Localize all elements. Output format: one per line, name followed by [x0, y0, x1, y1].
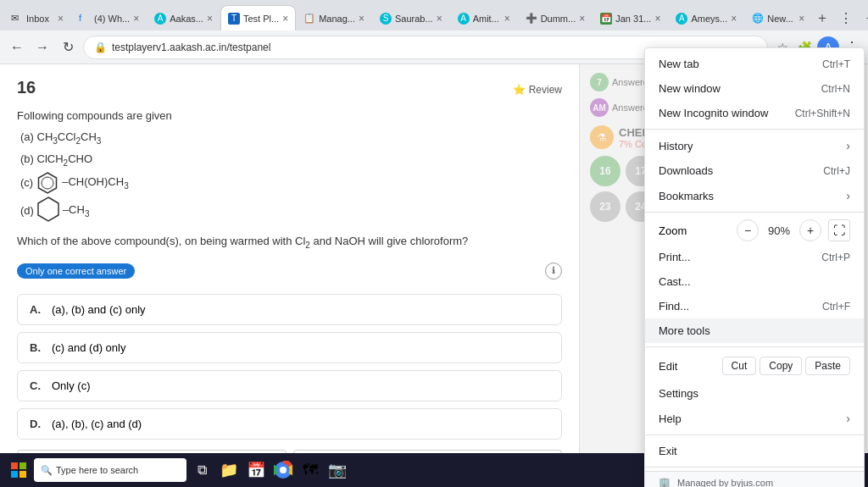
menu-new-tab[interactable]: New tab Ctrl+T — [645, 52, 864, 76]
back-button[interactable]: ← — [7, 37, 27, 58]
svg-rect-3 — [11, 462, 18, 469]
review-button[interactable]: ⭐ Review — [513, 84, 562, 96]
photos-icon[interactable]: 📷 — [326, 458, 349, 482]
tab-favicon-aakas: A — [154, 13, 166, 25]
managed-label: Managed by byjus.com — [677, 478, 773, 488]
option-c-label: C. — [30, 379, 43, 392]
tab-close-testpl[interactable]: × — [282, 13, 288, 25]
menu-bookmarks[interactable]: Bookmarks › — [645, 183, 864, 208]
menu-history[interactable]: History › — [645, 133, 864, 158]
option-a-text: (a), (b) and (c) only — [52, 303, 146, 316]
taskbar-search-box[interactable]: 🔍 Type here to search — [34, 458, 186, 482]
menu-more-tools[interactable]: More tools — [645, 318, 864, 343]
option-a[interactable]: A. (a), (b) and (c) only — [17, 294, 562, 325]
menu-new-window[interactable]: New window Ctrl+N — [645, 76, 864, 101]
menu-downloads[interactable]: Downloads Ctrl+J — [645, 158, 864, 183]
tab-close-inbox[interactable]: × — [58, 13, 64, 25]
answered-dot: 7 — [590, 73, 609, 91]
zoom-fullscreen-button[interactable]: ⛶ — [828, 219, 850, 241]
tab-new[interactable]: 🌐 New... × — [744, 5, 812, 30]
chemistry-icon: ⚗ — [590, 125, 614, 149]
search-magnifier-icon: 🔍 — [41, 465, 53, 476]
zoom-out-button[interactable]: − — [737, 219, 759, 241]
tab-close-ameys[interactable]: × — [731, 13, 737, 25]
menu-find-shortcut: Ctrl+F — [822, 301, 850, 313]
menu-cast[interactable]: Cast... — [645, 269, 864, 294]
tab-favicon-manag: 📋 — [303, 13, 315, 25]
tab-list-button[interactable]: ⋮ — [836, 10, 856, 26]
divider-4 — [645, 434, 864, 435]
cyclohexyl-ring-icon — [36, 196, 61, 226]
menu-print[interactable]: Print... Ctrl+P — [645, 245, 864, 269]
zoom-in-button[interactable]: + — [799, 219, 821, 241]
menu-cast-label: Cast... — [659, 275, 691, 288]
compound-c: (c) –CH(OH)CH3 — [20, 170, 562, 196]
menu-help[interactable]: Help › — [645, 406, 864, 431]
menu-incognito[interactable]: New Incognito window Ctrl+Shift+N — [645, 101, 864, 125]
menu-downloads-label: Downloads — [659, 164, 713, 177]
chrome-icon[interactable] — [271, 458, 295, 482]
managed-icon: 🏢 — [659, 477, 670, 487]
options-list: A. (a), (b) and (c) only B. (c) and (d) … — [17, 294, 562, 440]
file-explorer-icon[interactable]: 📁 — [217, 458, 241, 482]
calendar-icon[interactable]: 📅 — [244, 458, 268, 482]
option-c[interactable]: C. Only (c) — [17, 370, 562, 401]
tab-close-dummy[interactable]: × — [579, 13, 585, 25]
tab-4wh[interactable]: f (4) Wh... × — [71, 5, 147, 30]
info-icon[interactable]: ℹ — [545, 263, 562, 279]
svg-rect-6 — [19, 471, 26, 478]
copy-button[interactable]: Copy — [760, 357, 802, 375]
maps-icon[interactable]: 🗺 — [298, 458, 322, 482]
menu-settings[interactable]: Settings — [645, 381, 864, 406]
managed-by-row: 🏢 Managed by byjus.com — [645, 471, 864, 487]
zoom-value: 90% — [765, 224, 793, 237]
option-b[interactable]: B. (c) and (d) only — [17, 332, 562, 363]
menu-bookmarks-label: Bookmarks — [659, 190, 714, 202]
svg-point-1 — [42, 177, 53, 189]
task-view-button[interactable]: ⧉ — [190, 458, 214, 482]
answered-marked-dot: AM — [590, 98, 609, 117]
tab-close-amit[interactable]: × — [504, 13, 510, 25]
tab-aakas[interactable]: A Aakas... × — [147, 5, 220, 30]
tab-saurab[interactable]: S Saurab... × — [372, 5, 450, 30]
menu-exit[interactable]: Exit — [645, 439, 864, 463]
new-tab-button[interactable]: ＋ — [812, 9, 832, 27]
tab-amit[interactable]: A Amit... × — [450, 5, 518, 30]
menu-find[interactable]: Find... Ctrl+F — [645, 294, 864, 318]
menu-new-window-label: New window — [659, 82, 721, 95]
tab-close-jan31[interactable]: × — [654, 13, 660, 25]
option-b-label: B. — [30, 341, 43, 354]
divider-3 — [645, 346, 864, 347]
divider-5 — [645, 467, 864, 468]
grid-q23[interactable]: 23 — [590, 191, 620, 222]
tab-manag[interactable]: 📋 Manag... × — [296, 5, 372, 30]
tab-dummy[interactable]: ➕ Dumm... × — [518, 5, 593, 30]
tab-close-aakas[interactable]: × — [207, 13, 213, 25]
tab-testpl[interactable]: T Test Pl... × — [220, 5, 296, 30]
tab-inbox[interactable]: ✉ Inbox × — [3, 5, 71, 30]
tab-close-manag[interactable]: × — [359, 13, 364, 25]
url-text: testplayerv1.aakash.ac.in/testpanel — [112, 42, 270, 53]
option-d[interactable]: D. (a), (b), (c) and (d) — [17, 408, 562, 440]
forward-button[interactable]: → — [32, 37, 53, 58]
context-menu[interactable]: New tab Ctrl+T New window Ctrl+N New Inc… — [644, 47, 865, 487]
tab-ameys[interactable]: A Ameys... × — [668, 5, 744, 30]
windows-start-button[interactable] — [7, 458, 31, 482]
tab-close-new[interactable]: × — [798, 13, 804, 25]
option-d-text: (a), (b), (c) and (d) — [52, 418, 142, 430]
compound-b: (b) ClCH2CHO — [20, 149, 562, 171]
grid-q16[interactable]: 16 — [590, 156, 620, 186]
menu-new-tab-shortcut: Ctrl+T — [822, 58, 850, 70]
paste-button[interactable]: Paste — [805, 357, 850, 375]
tab-jan31[interactable]: 📅 Jan 31... × — [593, 5, 668, 30]
help-arrow-icon: › — [846, 412, 850, 425]
tab-favicon-testpl: T — [228, 13, 240, 25]
divider-2 — [645, 212, 864, 213]
cut-button[interactable]: Cut — [722, 357, 757, 375]
tab-label-aakas: Aakas... — [170, 14, 203, 24]
tab-close-4wh[interactable]: × — [133, 13, 139, 25]
question-number: 16 — [17, 78, 36, 97]
minimize-button[interactable]: － — [860, 9, 868, 27]
tab-close-saurab[interactable]: × — [437, 13, 442, 25]
refresh-button[interactable]: ↻ — [58, 37, 78, 58]
